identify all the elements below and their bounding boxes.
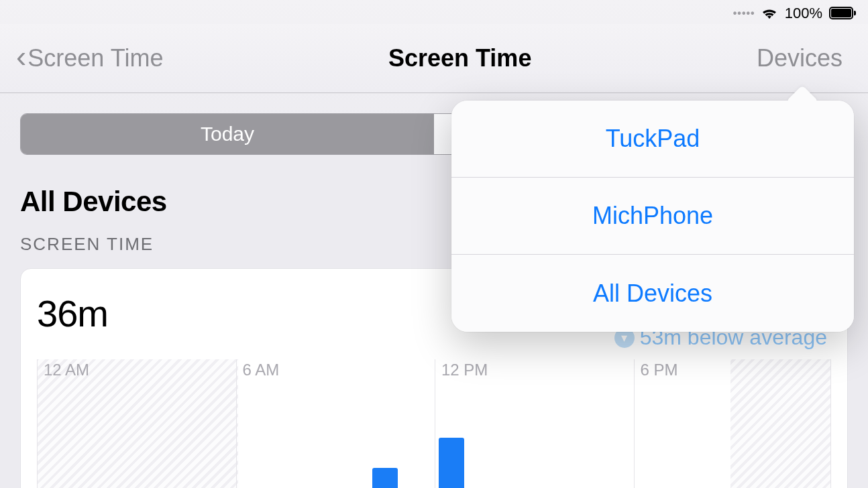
cellular-dots-icon: ••••• — [733, 7, 755, 19]
wifi-icon — [761, 7, 778, 20]
battery-icon — [829, 7, 856, 20]
grid-line — [37, 359, 38, 488]
back-button[interactable]: ‹ Screen Time — [16, 44, 163, 72]
back-label: Screen Time — [28, 44, 163, 72]
axis-tick-label: 6 AM — [243, 361, 280, 379]
bar — [372, 468, 398, 488]
segment-today[interactable]: Today — [21, 114, 434, 154]
devices-popover: TuckPad MichPhone All Devices — [451, 101, 854, 332]
devices-button[interactable]: Devices — [757, 44, 843, 72]
chevron-left-icon: ‹ — [16, 41, 26, 72]
popover-item-michphone[interactable]: MichPhone — [451, 178, 854, 255]
bars-container — [37, 383, 831, 488]
status-bar: ••••• 100% — [0, 0, 868, 24]
nav-bar: ‹ Screen Time Screen Time Devices — [0, 24, 868, 93]
popover-item-all-devices[interactable]: All Devices — [451, 255, 854, 332]
battery-percent: 100% — [785, 5, 822, 22]
popover-item-tuckpad[interactable]: TuckPad — [451, 101, 854, 178]
axis-tick-label: 12 AM — [44, 361, 89, 379]
grid-line — [435, 359, 435, 488]
page-title: Screen Time — [388, 44, 531, 72]
bar — [439, 438, 464, 488]
grid-line — [236, 359, 237, 488]
axis-tick-label: 12 PM — [441, 361, 488, 379]
hourly-chart: 12 AM6 AM12 PM6 PM — [37, 359, 831, 488]
axis-tick-label: 6 PM — [641, 361, 678, 379]
grid-line — [634, 359, 635, 488]
